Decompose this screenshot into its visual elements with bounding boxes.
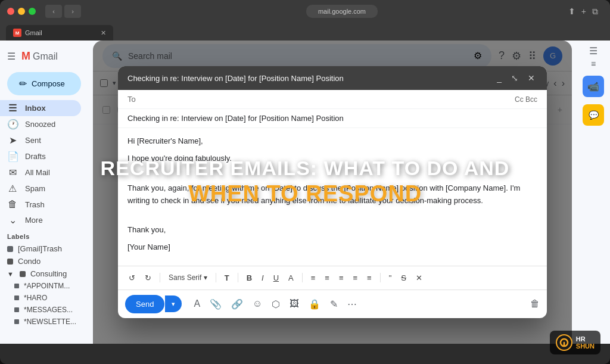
strikethrough-button[interactable]: S [397, 271, 410, 285]
toolbar-sep-1 [160, 273, 160, 282]
forward-button[interactable]: › [64, 5, 81, 18]
drafts-label: Drafts [25, 152, 46, 161]
formatting-toolbar: ↺ ↻ Sans Serif ▾ T B I U A ≡ ≡ [118, 266, 547, 290]
label-sub-messages-text: *MESSAGES... [24, 306, 73, 314]
attach-file-icon[interactable]: 📎 [207, 296, 224, 312]
compose-body[interactable]: Hi [Recruiter's Name], I hope you're doi… [118, 128, 547, 265]
url-display: mail.google.com [318, 8, 366, 15]
more-icon: ⌄ [7, 214, 18, 226]
drive-icon[interactable]: ⬡ [269, 296, 282, 312]
sidebar-item-drafts[interactable]: 📄 Drafts [0, 148, 81, 164]
text-size-button[interactable]: T [221, 271, 233, 285]
underline-button[interactable]: U [270, 271, 282, 285]
text-color-button[interactable]: A [285, 271, 297, 285]
label-sub-appointm-text: *APPOINTM... [24, 282, 70, 290]
close-button[interactable] [7, 8, 14, 15]
insert-photo-icon[interactable]: 🖼 [287, 296, 301, 312]
view-options-icon[interactable]: ≡ [591, 59, 596, 69]
snoozed-label: Snoozed [25, 120, 55, 129]
signature-icon[interactable]: ✎ [328, 296, 340, 312]
inbox-icon: ☰ [7, 102, 18, 114]
label-sub-dot-appointm [14, 284, 19, 288]
sidebar-item-all-mail[interactable]: ✉ All Mail [0, 164, 81, 181]
ordered-list-button[interactable]: ≡ [321, 271, 333, 285]
subject-field[interactable]: Checking in re: Interview on [Date] for … [118, 109, 547, 128]
tab-close-icon[interactable]: ✕ [101, 29, 106, 37]
send-button[interactable]: Send [125, 295, 164, 313]
unordered-list-button[interactable]: ≡ [335, 271, 347, 285]
compose-pencil-icon: ✏ [19, 78, 27, 89]
google-meet-icon[interactable]: 📹 [583, 76, 604, 97]
format-text-icon[interactable]: A [191, 296, 203, 312]
chat-icon-symbol: 💬 [589, 110, 599, 120]
subject-input[interactable] [127, 114, 537, 123]
back-button[interactable]: ‹ [45, 5, 62, 18]
minimize-button[interactable] [18, 8, 25, 15]
label-sub-dot-newsletter [14, 319, 19, 324]
align-button[interactable]: ≡ [307, 271, 319, 285]
hr-shun-logo-svg [559, 338, 569, 347]
hr-badge-text-group: HR SHUN [576, 335, 595, 350]
label-sub-newsletter[interactable]: *NEWSLETTE... [0, 316, 88, 328]
to-label: To [127, 95, 145, 104]
drafts-icon: 📄 [7, 151, 18, 162]
browser-menu-icon[interactable]: ⧉ [592, 7, 598, 17]
meet-icon-symbol: 📹 [587, 81, 599, 92]
minimize-compose-icon[interactable]: _ [494, 72, 504, 84]
sidebar-item-trash[interactable]: 🗑 Trash [0, 197, 81, 212]
spam-icon: ⚠ [7, 183, 18, 194]
cc-bcc-label[interactable]: Cc Bcc [515, 95, 537, 104]
label-sub-haro[interactable]: *HARO [0, 292, 88, 304]
label-gmail-trash-text: [Gmail]Trash [18, 244, 62, 253]
font-selector[interactable]: Sans Serif ▾ [165, 271, 211, 284]
toolbar-sep-4 [302, 273, 303, 282]
redo-button[interactable]: ↻ [141, 271, 155, 285]
undo-button[interactable]: ↺ [125, 271, 139, 285]
toolbar-sep-3 [238, 273, 238, 282]
label-condo[interactable]: Condo [0, 255, 88, 267]
to-field[interactable]: To Cc Bcc [118, 90, 547, 109]
bold-button[interactable]: B [243, 271, 256, 285]
quote-button[interactable]: " [385, 271, 396, 285]
body-line3: Thank you, again, for meeting with me on… [127, 182, 537, 207]
delete-draft-icon[interactable]: 🗑 [530, 298, 540, 309]
send-dropdown-button[interactable]: ▾ [165, 295, 182, 312]
active-tab[interactable]: M Gmail ✕ [6, 25, 113, 41]
expand-compose-icon[interactable]: ⤡ [509, 72, 521, 84]
italic-button[interactable]: I [258, 271, 267, 285]
tab-bar: M Gmail ✕ [0, 23, 610, 41]
close-compose-icon[interactable]: ✕ [525, 72, 537, 84]
sidebar-item-spam[interactable]: ⚠ Spam [0, 181, 81, 197]
confidential-icon[interactable]: 🔒 [306, 296, 323, 312]
send-label: Send [136, 300, 154, 309]
label-consulting[interactable]: ▼ Consulting [0, 267, 88, 280]
maximize-button[interactable] [29, 8, 36, 15]
spam-label: Spam [25, 184, 45, 193]
gmail-logo-m: M [21, 50, 30, 63]
remove-format-button[interactable]: ✕ [412, 271, 426, 285]
sidebar-item-snoozed[interactable]: 🕐 Snoozed [0, 116, 81, 132]
inbox-view-toggle[interactable]: ☰ [589, 45, 597, 57]
to-input[interactable] [145, 95, 515, 104]
indent-more-button[interactable]: ≡ [363, 271, 375, 285]
send-group: Send ▾ [125, 295, 182, 313]
share-icon[interactable]: ⬆ [568, 7, 575, 16]
sidebar-item-more[interactable]: ⌄ More [0, 212, 81, 228]
indent-less-button[interactable]: ≡ [350, 271, 362, 285]
compose-button[interactable]: ✏ Compose [7, 72, 81, 95]
new-tab-icon[interactable]: + [581, 7, 586, 16]
sidebar-item-inbox[interactable]: ☰ Inbox [0, 100, 81, 116]
label-sub-messages[interactable]: *MESSAGES... [0, 304, 88, 316]
label-gmail-trash[interactable]: [Gmail]Trash [0, 242, 88, 255]
more-options-compose-icon[interactable]: ⋯ [345, 296, 359, 312]
sent-label: Sent [25, 136, 41, 145]
label-sub-appointm[interactable]: *APPOINTM... [0, 280, 88, 292]
label-condo-text: Condo [18, 257, 41, 266]
sidebar-item-sent[interactable]: ➤ Sent [0, 132, 81, 148]
google-chat-icon[interactable]: 💬 [583, 104, 604, 126]
hamburger-icon[interactable]: ☰ [7, 51, 15, 62]
compose-bottom-bar: Send ▾ A 📎 🔗 ☺ ⬡ 🖼 🔒 ✎ [118, 290, 547, 318]
trash-icon: 🗑 [7, 199, 18, 210]
emoji-icon[interactable]: ☺ [250, 296, 264, 312]
insert-link-icon[interactable]: 🔗 [229, 296, 245, 312]
